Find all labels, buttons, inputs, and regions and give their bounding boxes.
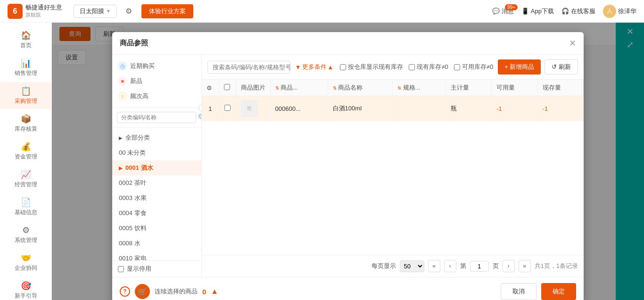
store-chevron-icon: ▼	[106, 8, 111, 14]
available-stock-filter[interactable]: 可用库存≠0	[454, 63, 493, 71]
service-button[interactable]: 🎧 在线客服	[561, 7, 595, 16]
top-nav: 6 畅捷通好生意 旗舰版 日太阳膜 ▼ ⚙ 体验行业方案 💬 消息 99+ 📱 …	[0, 0, 644, 23]
cancel-button[interactable]: 取消	[501, 283, 537, 300]
table-row[interactable]: 1 图 000600...	[202, 96, 584, 121]
cat-item-beverage[interactable]: 0005 饮料	[112, 221, 201, 236]
logo-sub: 旗舰版	[25, 11, 62, 18]
warehouse-stock-checkbox[interactable]	[340, 64, 346, 70]
product-table: ⚙ 商品图片 ⇅ 商品...	[202, 80, 584, 121]
prev-page-button[interactable]: ‹	[444, 260, 456, 272]
show-disabled-label[interactable]: 显示停用	[127, 265, 151, 273]
sort-icon: ⇅	[275, 85, 279, 91]
cat-item-tea[interactable]: 0002 茶叶	[112, 175, 201, 191]
new-products-item[interactable]: ★ 新品	[112, 74, 201, 89]
add-product-button[interactable]: + 新增商品	[498, 59, 541, 75]
nav-right: 💬 消息 99+ 📱 App下载 🎧 在线客服 人 徐泽华	[492, 5, 636, 18]
cart-button[interactable]: 🛒	[135, 284, 150, 299]
more-conditions-chevron-icon: ▲	[328, 64, 334, 71]
col-image: 商品图片	[236, 80, 270, 96]
col-name[interactable]: ⇅ 商品名称	[328, 80, 392, 96]
enterprise-icon: 🤝	[21, 253, 31, 263]
app-icon: 📱	[521, 8, 529, 15]
app-download-button[interactable]: 📱 App下载	[521, 7, 554, 16]
basic-info-icon: 📄	[21, 197, 31, 208]
filter-actions: + 新增商品 ↺ 刷新	[498, 59, 578, 75]
col-spec[interactable]: ⇅ 规格...	[392, 80, 446, 96]
sidebar-item-guide[interactable]: 🎯 新手引导	[0, 277, 51, 300]
category-search-bar: 🔍	[112, 108, 201, 127]
more-conditions-button[interactable]: ▼ 更多条件 ▲	[295, 63, 334, 71]
row-settings: 1	[202, 96, 219, 121]
settings-icon[interactable]: ⚙	[122, 4, 136, 18]
category-search-icon[interactable]: 🔍	[198, 114, 202, 121]
col-settings: ⚙	[202, 80, 219, 96]
cat-item-water[interactable]: 0008 水	[112, 236, 201, 251]
warehouse-stock-filter[interactable]: 按仓库显示现有库存	[340, 63, 403, 71]
table-header: ⚙ 商品图片 ⇅ 商品...	[202, 80, 584, 96]
sidebar-item-operations[interactable]: 📈 经营管理	[0, 166, 51, 192]
show-disabled-section: 显示停用	[112, 260, 201, 277]
sidebar-item-sales[interactable]: 📊 销售管理	[0, 54, 51, 81]
recent-purchases-item[interactable]: ◷ 近期购买	[112, 58, 201, 74]
sidebar-item-enterprise[interactable]: 🤝 企业协同	[0, 249, 51, 276]
message-badge: 99+	[505, 4, 518, 10]
available-stock-checkbox[interactable]	[454, 64, 460, 70]
row-stock: -1	[537, 96, 583, 121]
product-search-input[interactable]	[208, 61, 290, 73]
row-select-checkbox[interactable]	[224, 105, 231, 111]
row-unit: 瓶	[446, 96, 491, 121]
cat-item-uncategorized[interactable]: 00 未分类	[112, 145, 201, 160]
cat-item-fruit[interactable]: 0003 水果	[112, 191, 201, 206]
message-button[interactable]: 💬 消息 99+	[492, 7, 514, 16]
recent-icon: ◷	[118, 61, 127, 71]
avatar: 人	[603, 5, 616, 18]
next-page-button[interactable]: ›	[503, 260, 515, 272]
headset-icon: 🎧	[561, 8, 569, 15]
refresh-modal-button[interactable]: ↺ 刷新	[545, 59, 578, 75]
nonzero-stock-filter[interactable]: 现有库存≠0	[409, 63, 448, 71]
select-all-checkbox[interactable]	[224, 84, 230, 90]
purchase-icon: 📋	[21, 86, 31, 96]
cta-button[interactable]: 体验行业方案	[141, 4, 193, 18]
sidebar-item-home[interactable]: 🏠 首页	[0, 26, 51, 53]
cat-item-appliance[interactable]: 0010 家电	[112, 251, 201, 260]
show-disabled-checkbox[interactable]	[118, 266, 124, 272]
modal-footer: ? 🛒 连续选择的商品 0 ▲ 取消 确定	[112, 277, 584, 300]
sidebar-item-finance[interactable]: 💰 资金管理	[0, 138, 51, 165]
product-reference-modal: 商品参照 ✕ ◷ 近期购买 ★	[112, 32, 584, 300]
sidebar-item-purchase[interactable]: 📋 采购管理	[0, 82, 51, 109]
row-name: 白酒100ml	[328, 96, 392, 121]
sidebar-item-system[interactable]: ⚙ 系统管理	[0, 221, 51, 248]
store-selector[interactable]: 日太阳膜 ▼	[74, 5, 117, 18]
sidebar: 🏠 首页 📊 销售管理 📋 采购管理 📦 库存核算 💰 资金管理 📈 经营管理 …	[0, 23, 52, 300]
last-page-button[interactable]: »	[519, 260, 531, 272]
sort-icon-spec: ⇅	[397, 85, 401, 91]
footer-collapse-button[interactable]: ▲	[211, 287, 218, 296]
sidebar-item-inventory[interactable]: 📦 库存核算	[0, 110, 51, 137]
help-icon[interactable]: ?	[120, 286, 130, 297]
sales-icon: 📊	[21, 58, 31, 68]
user-menu[interactable]: 人 徐泽华	[603, 5, 636, 18]
sidebar-item-basic-info[interactable]: 📄 基础信息	[0, 193, 51, 220]
row-checkbox[interactable]	[219, 96, 236, 121]
row-image: 图	[236, 96, 270, 121]
category-search-input[interactable]	[117, 112, 196, 123]
modal-header: 商品参照 ✕	[112, 32, 584, 55]
filter-bar: 🔍 ▼ 更多条件 ▲ 按仓库显示现有库存	[202, 55, 584, 80]
col-check	[219, 80, 236, 96]
nonzero-stock-checkbox[interactable]	[409, 64, 415, 70]
cat-item-snack[interactable]: 0004 零食	[112, 206, 201, 221]
category-panel: ◷ 近期购买 ★ 新品 ↑ 频次高	[112, 55, 202, 277]
confirm-button[interactable]: 确定	[541, 283, 576, 300]
cat-item-alcohol[interactable]: ▶ 0001 酒水	[112, 160, 201, 175]
inventory-icon: 📦	[21, 114, 31, 124]
frequent-items[interactable]: ↑ 频次高	[112, 89, 201, 104]
cat-item-all[interactable]: ▶ 全部分类	[112, 130, 201, 145]
first-page-button[interactable]: «	[428, 260, 440, 272]
col-code[interactable]: ⇅ 商品...	[270, 80, 328, 96]
page-number-input[interactable]	[470, 261, 489, 272]
modal-close-button[interactable]: ✕	[569, 39, 576, 48]
pagination-bar: 每页显示 50 100 « ‹ 第 页 › » 共	[202, 255, 584, 277]
footer-actions: 取消 确定	[501, 283, 576, 300]
page-size-select[interactable]: 50 100	[400, 260, 424, 272]
